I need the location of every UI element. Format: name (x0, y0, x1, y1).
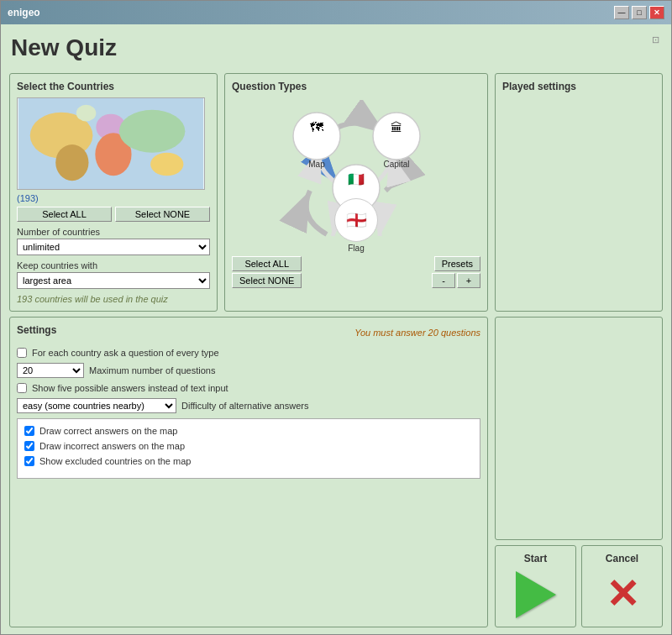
select-none-qt-button[interactable]: Select NONE (232, 273, 302, 288)
number-of-countries-select[interactable]: unlimited (17, 239, 210, 255)
svg-point-14 (373, 113, 420, 160)
countries-panel: Select the Countries (9, 73, 218, 312)
number-label: Number of countries (17, 227, 210, 237)
svg-text:🏛: 🏛 (391, 121, 402, 134)
bottom-panels: Settings You must answer 20 questions Fo… (9, 317, 663, 627)
max-questions-label: Maximum number of questions (89, 365, 215, 375)
must-answer-text: You must answer 20 questions (354, 328, 480, 338)
start-panel: Start (495, 545, 576, 627)
title-bar-controls: — □ ✕ (614, 6, 664, 19)
page-title: New Quiz (9, 31, 663, 68)
cancel-label: Cancel (606, 553, 638, 564)
select-none-countries-button[interactable]: Select NONE (115, 207, 210, 222)
difficulty-select[interactable]: easy (some countries nearby) (17, 398, 176, 413)
svg-text:🗺: 🗺 (310, 120, 323, 134)
cancel-panel: Cancel ✕ (581, 545, 663, 627)
draw-correct-label: Draw correct answers on the map (39, 426, 177, 436)
svg-point-6 (150, 153, 183, 176)
correct-answers-row: Draw correct answers on the map (24, 426, 473, 436)
svg-text:Map: Map (308, 160, 325, 169)
svg-point-2 (55, 144, 88, 181)
svg-point-5 (119, 110, 186, 153)
per-country-row: For each country ask a question of every… (17, 348, 480, 358)
played-panel-title: Played settings (502, 81, 655, 92)
played-settings-bottom (495, 317, 663, 540)
country-btn-row: Select ALL Select NONE (17, 207, 210, 222)
settings-panel: Settings You must answer 20 questions Fo… (9, 317, 488, 627)
action-buttons-row: Start Cancel ✕ (495, 545, 663, 627)
draw-incorrect-checkbox[interactable] (24, 441, 34, 451)
max-questions-select[interactable]: 20 (17, 363, 84, 378)
select-all-qt-button[interactable]: Select ALL (232, 256, 302, 271)
presets-plus-button[interactable]: + (457, 273, 480, 288)
flag-node[interactable]: 🏴󠁧󠁢󠁥󠁮󠁧󠁿 Flag (334, 198, 378, 253)
cancel-button[interactable]: ✕ (593, 569, 652, 620)
start-arrow-icon (516, 571, 556, 618)
main-window: enigeo — □ ✕ New Quiz ⊡ Select the Count… (0, 0, 672, 635)
start-label: Start (524, 553, 547, 564)
per-country-label: For each country ask a question of every… (32, 348, 219, 358)
show-excluded-checkbox[interactable] (24, 456, 34, 466)
right-column: Start Cancel ✕ (495, 317, 663, 627)
resize-icon: ⊡ (652, 34, 659, 45)
start-button[interactable] (507, 569, 565, 620)
draw-incorrect-label: Draw incorrect answers on the map (39, 441, 185, 451)
window-title: enigeo (8, 7, 40, 18)
presets-button[interactable]: Presets (434, 256, 480, 271)
title-bar: enigeo — □ ✕ (1, 1, 671, 24)
incorrect-answers-row: Draw incorrect answers on the map (24, 441, 473, 451)
maximize-button[interactable]: □ (632, 6, 647, 19)
max-questions-row: 20 Maximum number of questions (17, 363, 480, 378)
presets-minus-button[interactable]: - (432, 273, 455, 288)
show-excluded-label: Show excluded countries on the map (39, 456, 191, 466)
svg-point-7 (76, 105, 97, 122)
countries-panel-title: Select the Countries (17, 81, 210, 92)
question-types-panel: Question Types (224, 73, 488, 312)
svg-text:Capital: Capital (383, 160, 409, 169)
keep-label: Keep countries with (17, 260, 210, 270)
country-count: (193) (17, 193, 210, 203)
draw-correct-checkbox[interactable] (24, 426, 34, 436)
map-options-box: Draw correct answers on the map Draw inc… (17, 418, 480, 479)
main-content: New Quiz ⊡ Select the Countries (1, 24, 671, 634)
settings-header: Settings You must answer 20 questions (17, 324, 480, 341)
top-panels: Select the Countries (9, 73, 663, 312)
played-settings-panel: Played settings (495, 73, 663, 312)
flag-label: Flag (348, 244, 364, 253)
question-panel-title: Question Types (232, 81, 480, 92)
keep-countries-select[interactable]: largest area (17, 272, 210, 289)
countries-info: 193 countries will be used in the quiz (17, 294, 210, 304)
cancel-x-icon: ✕ (606, 575, 639, 615)
difficulty-row: easy (some countries nearby) Difficulty … (17, 398, 480, 413)
world-map[interactable] (17, 97, 205, 190)
per-country-checkbox[interactable] (17, 348, 27, 358)
svg-text:🇮🇹: 🇮🇹 (348, 171, 365, 187)
five-answers-row: Show five possible answers instead of te… (17, 383, 480, 393)
close-button[interactable]: ✕ (649, 6, 664, 19)
five-answers-checkbox[interactable] (17, 383, 27, 393)
difficulty-label: Difficulty of alternative answers (181, 401, 308, 411)
select-all-countries-button[interactable]: Select ALL (17, 207, 112, 222)
minimize-button[interactable]: — (614, 6, 629, 19)
world-map-svg (18, 98, 204, 189)
settings-panel-title: Settings (17, 324, 56, 336)
five-answers-label: Show five possible answers instead of te… (32, 383, 228, 393)
excluded-countries-row: Show excluded countries on the map (24, 456, 473, 466)
